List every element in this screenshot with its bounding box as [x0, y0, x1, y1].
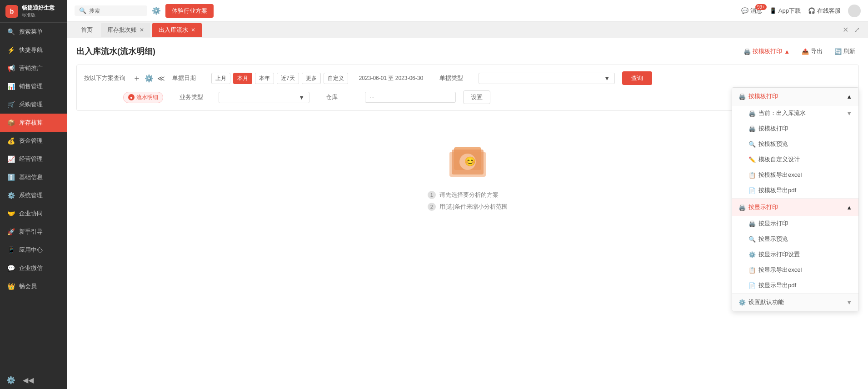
topbar-gear-icon[interactable]: ⚙️: [152, 6, 161, 15]
online-service-button[interactable]: 🎧 在线客服: [808, 7, 841, 15]
template-print-dropdown: 🖨️ 按模板打印 ▲ 🖨️ 当前：出入库流水 ▼ 🖨️ 按模板打印 🔍: [732, 87, 859, 311]
page-title: 出入库流水(流水明细): [76, 46, 155, 57]
date-btn-last7[interactable]: 近7天: [277, 73, 299, 84]
refresh-button[interactable]: 🔄 刷新: [831, 45, 859, 57]
sidebar-item-purchase[interactable]: 🛒 采购管理: [0, 95, 67, 114]
logo-text: 畅捷通好生意 标准版: [22, 5, 55, 18]
current-icon: 🖨️: [748, 110, 756, 117]
warehouse-select[interactable]: ···: [365, 92, 456, 103]
footer-settings-icon: ⚙️: [738, 299, 746, 306]
query-button[interactable]: 查询: [622, 71, 652, 85]
doc-type-select[interactable]: ▼: [479, 73, 615, 84]
close-window-button[interactable]: ✕: [842, 25, 849, 35]
filter-collapse-button[interactable]: ≪: [157, 74, 165, 83]
sidebar-item-guide[interactable]: 🚀 新手引导: [0, 223, 67, 241]
date-btn-this-year[interactable]: 本年: [255, 73, 274, 84]
empty-tip-1: 1 请先选择要分析的方案: [428, 191, 508, 199]
display-settings-icon: ⚙️: [748, 251, 756, 258]
sidebar-item-apps[interactable]: 📱 应用中心: [0, 241, 67, 259]
box-icon: 📦: [6, 118, 15, 127]
tab-flow-close[interactable]: ✕: [191, 27, 195, 33]
sub-pdf-icon: 📄: [748, 187, 756, 194]
headset-icon: 🎧: [808, 7, 815, 14]
sidebar-nav: 🔍 搜索菜单 ⚡ 快捷导航 📢 营销推广 📊 销售管理 🛒 采购管理 📦 库存核…: [0, 23, 67, 371]
handshake-icon: 🤝: [6, 209, 15, 218]
download-icon: 📱: [769, 7, 777, 14]
dropdown-template-export-pdf[interactable]: 📄 按模板导出pdf: [732, 183, 858, 198]
sidebar: b 畅捷通好生意 标准版 🔍 搜索菜单 ⚡ 快捷导航 📢 营销推广 📊 销售管理…: [0, 0, 67, 389]
warehouse-label: 仓库: [326, 93, 358, 101]
business-type-label: 业务类型: [180, 93, 211, 101]
dropdown-current-selection[interactable]: 🖨️ 当前：出入库流水 ▼: [732, 105, 858, 121]
dropdown-template-export-excel[interactable]: 📋 按模板导出excel: [732, 167, 858, 183]
display-print-icon: 🖨️: [748, 220, 756, 227]
date-btn-more[interactable]: 更多: [302, 73, 321, 84]
sidebar-item-marketing[interactable]: 📢 营销推广: [0, 59, 67, 77]
chevron-up-icon: ▲: [784, 48, 790, 55]
trial-button[interactable]: 体验行业方案: [165, 4, 214, 18]
sidebar-item-inventory[interactable]: 📦 库存核算: [0, 114, 67, 132]
rocket-icon: 🚀: [6, 227, 15, 236]
export-button[interactable]: 📤 导出: [798, 45, 826, 57]
search-box[interactable]: 🔍: [75, 5, 147, 16]
expand-window-button[interactable]: ⤢: [853, 25, 861, 35]
tab-home[interactable]: 首页: [75, 23, 99, 37]
chevron-down-icon: ▼: [604, 75, 610, 82]
sub-custom-icon: ✏️: [748, 156, 756, 163]
dropdown-footer[interactable]: ⚙️ 设置默认功能 ▼: [732, 293, 858, 311]
search-input[interactable]: [89, 8, 135, 14]
filter-settings-button[interactable]: ⚙️: [145, 74, 154, 83]
tab-batch-close[interactable]: ✕: [140, 27, 144, 33]
tab-batch[interactable]: 库存批次账 ✕: [101, 23, 150, 37]
main-area: 🔍 ⚙️ 体验行业方案 💬 消息 99+ 📱 App下载 🎧 在线客服: [67, 0, 868, 389]
doc-type-label: 单据类型: [439, 74, 471, 82]
logo: b 畅捷通好生意 标准版: [0, 0, 67, 23]
dropdown-template-print[interactable]: 🖨️ 按模板打印: [732, 121, 858, 136]
sidebar-item-operations[interactable]: 📈 经营管理: [0, 150, 67, 168]
sidebar-item-sales[interactable]: 📊 销售管理: [0, 77, 67, 95]
sidebar-item-finance[interactable]: 💰 资金管理: [0, 132, 67, 150]
sidebar-item-system[interactable]: ⚙️ 系统管理: [0, 186, 67, 204]
sidebar-item-wechat[interactable]: 💬 企业微信: [0, 259, 67, 277]
dropdown-header-label: 🖨️ 按模板打印: [738, 92, 778, 100]
sidebar-item-corp[interactable]: 🤝 企业协同: [0, 204, 67, 223]
date-btn-last-month[interactable]: 上月: [211, 73, 230, 84]
set-button[interactable]: 设置: [463, 90, 490, 104]
filter-prefix-label: 按以下方案查询: [84, 74, 125, 82]
date-btn-this-month[interactable]: 本月: [233, 73, 252, 84]
dropdown-display-section-header[interactable]: 🖨️ 按显示打印 ▲: [732, 199, 858, 216]
dropdown-display-print-settings[interactable]: ⚙️ 按显示打印设置: [732, 247, 858, 262]
date-btn-custom[interactable]: 自定义: [324, 73, 348, 84]
dropdown-collapse-icon[interactable]: ▲: [846, 93, 852, 100]
message-button[interactable]: 💬 消息 99+: [741, 7, 762, 15]
sidebar-item-quicknav[interactable]: ⚡ 快捷导航: [0, 41, 67, 59]
dropdown-display-print[interactable]: 🖨️ 按显示打印: [732, 216, 858, 231]
dropdown-display-section: 🖨️ 按显示打印 ▲ 🖨️ 按显示打印 🔍 按显示预览 ⚙️ 按显示打印设置: [732, 198, 858, 293]
user-avatar[interactable]: [848, 5, 861, 17]
money-icon: 💰: [6, 136, 15, 145]
crown-icon: 👑: [6, 282, 15, 291]
business-type-select[interactable]: ▼: [219, 92, 309, 103]
dropdown-template-preview[interactable]: 🔍 按模板预览: [732, 136, 858, 152]
settings-bottom-icon[interactable]: ⚙️: [6, 376, 15, 384]
svg-text:😊: 😊: [464, 156, 476, 167]
sidebar-item-vip[interactable]: 👑 畅会员: [0, 277, 67, 295]
dropdown-template-custom[interactable]: ✏️ 模板自定义设计: [732, 152, 858, 167]
tab-flow[interactable]: 出入库流水 ✕: [152, 23, 202, 37]
date-range-display: 2023-06-01 至 2023-06-30: [359, 75, 423, 82]
empty-tip-2: 2 用[选]条件来缩小分析范围: [428, 203, 508, 211]
sidebar-item-basic[interactable]: ℹ️ 基础信息: [0, 168, 67, 186]
dropdown-display-export-pdf[interactable]: 📄 按显示导出pdf: [732, 278, 858, 293]
collapse-sidebar-icon[interactable]: ◀◀: [23, 376, 34, 384]
dropdown-display-preview[interactable]: 🔍 按显示预览: [732, 231, 858, 247]
template-print-button[interactable]: 🖨️ 按模板打印 ▲: [740, 45, 793, 57]
search-icon: 🔍: [79, 7, 86, 14]
dropdown-display-export-excel[interactable]: 📋 按显示导出excel: [732, 262, 858, 278]
sidebar-item-search[interactable]: 🔍 搜索菜单: [0, 23, 67, 41]
filter-tag-flow[interactable]: ● 流水明细: [123, 92, 163, 103]
sub-excel-icon: 📋: [748, 172, 756, 179]
date-filter-label: 单据日期: [172, 74, 204, 82]
search-icon: 🔍: [6, 27, 15, 36]
add-filter-button[interactable]: ＋: [133, 73, 141, 84]
app-download-button[interactable]: 📱 App下载: [769, 7, 801, 15]
